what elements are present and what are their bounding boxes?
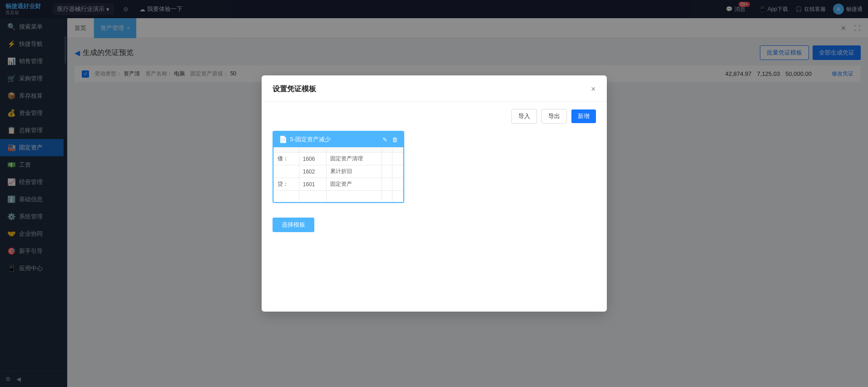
entry-direction: 贷： (273, 178, 299, 191)
entry-account: 固定资产 (326, 178, 382, 191)
entry-credit (392, 178, 403, 191)
template-name: 固定资产减少 (295, 136, 331, 143)
template-card-header: 📄 5-固定资产减少 ✎ 🗑 (273, 132, 403, 147)
content-area: 首页 资产管理 × ✕ ⛶ ◀ 生成的凭证预览 (67, 18, 868, 387)
col-code (299, 148, 326, 153)
entry-debit (382, 178, 392, 191)
main-area: 🔍 搜索菜单 ⚡ 快捷导航 📊 销售管理 🛒 采购管理 (0, 18, 868, 387)
import-button[interactable]: 导入 (511, 109, 537, 124)
table-row: 贷： 1601 固定资产 (273, 178, 403, 191)
dialog-close-button[interactable]: × (591, 84, 596, 94)
entry-credit (392, 153, 403, 165)
entry-empty-2 (299, 191, 326, 202)
template-number-name: 5-固定资产减少 (290, 135, 331, 144)
template-card: 📄 5-固定资产减少 ✎ 🗑 (273, 131, 404, 203)
template-doc-icon: 📄 (279, 135, 288, 144)
dialog-body: 📄 5-固定资产减少 ✎ 🗑 (262, 131, 607, 312)
dialog-title: 设置凭证模板 (273, 84, 316, 94)
entry-code: 1601 (299, 178, 326, 191)
entry-credit (392, 165, 403, 178)
template-entries-table: 借： 1606 固定资产清理 (273, 147, 403, 202)
select-template-button[interactable]: 选择模板 (273, 218, 314, 232)
entry-account: 固定资产清理 (326, 153, 382, 165)
table-row-empty (273, 191, 403, 202)
table-row: 1602 累计折旧 (273, 165, 403, 178)
entry-empty-4 (382, 191, 392, 202)
entry-direction: 借： (273, 153, 299, 165)
voucher-template-dialog: 设置凭证模板 × 导入 导出 新增 (262, 75, 607, 312)
template-card-title-area: 📄 5-固定资产减少 (279, 135, 331, 144)
entry-empty-5 (392, 191, 403, 202)
table-row: 借： 1606 固定资产清理 (273, 153, 403, 165)
template-edit-button[interactable]: ✎ (382, 136, 387, 143)
page-content: ◀ 生成的凭证预览 批量凭证模板 全部生成凭证 ✓ 变动类型： 资产清 (67, 38, 868, 387)
template-card-body: 借： 1606 固定资产清理 (273, 147, 403, 202)
col-debit (382, 148, 392, 153)
col-account (326, 148, 382, 153)
entry-code: 1602 (299, 165, 326, 178)
entry-account: 累计折旧 (326, 165, 382, 178)
new-button[interactable]: 新增 (571, 109, 596, 123)
dialog-toolbar: 导入 导出 新增 (262, 102, 607, 131)
template-number: 5 (290, 136, 293, 143)
entry-code: 1606 (299, 153, 326, 165)
app-container: 畅捷通好业财 普及版 医疗器械行业演示 ▾ ⚙ ☁ 我要体验一下 💬 消息 99… (0, 0, 868, 387)
template-card-actions: ✎ 🗑 (382, 136, 398, 143)
dialog-overlay: 设置凭证模板 × 导入 导出 新增 (67, 38, 868, 387)
dialog-header: 设置凭证模板 × (262, 75, 607, 102)
entry-debit (382, 165, 392, 178)
entry-empty-1 (273, 191, 299, 202)
col-direction (273, 148, 299, 153)
col-credit (392, 148, 403, 153)
table-header-row (273, 148, 403, 153)
entry-debit (382, 153, 392, 165)
export-button[interactable]: 导出 (541, 109, 567, 124)
entry-empty-3 (326, 191, 382, 202)
entry-direction (273, 165, 299, 178)
template-delete-button[interactable]: 🗑 (392, 136, 398, 143)
select-template-area: 选择模板 (273, 210, 596, 232)
